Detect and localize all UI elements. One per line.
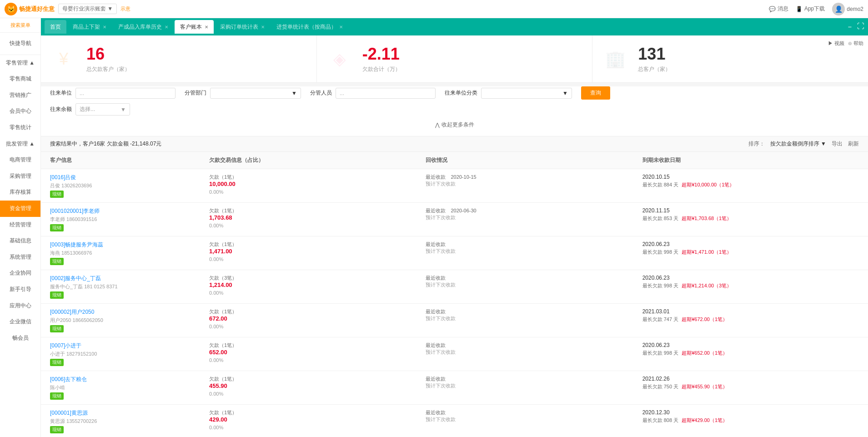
customer-contact-7: 黄思源 13552700226 xyxy=(50,418,209,425)
sidebar-item-basic-info[interactable]: 基础信息 xyxy=(0,233,40,249)
video-btn[interactable]: ▶ 视频 xyxy=(828,40,844,47)
stat-card-total: 🏢 131 总客户（家） ▶ 视频 ⊙ 帮助 xyxy=(592,35,868,82)
tab-home[interactable]: 首页 xyxy=(45,20,66,34)
app-download-btn[interactable]: 📱 App下载 xyxy=(796,5,825,13)
export-btn[interactable]: 导出 xyxy=(832,140,843,148)
tab-products-list[interactable]: 商品上下架 ✕ xyxy=(67,20,112,34)
stat-number-amount: -2.11 xyxy=(362,45,401,64)
tab-close-stock[interactable]: ✕ xyxy=(339,25,343,30)
main-layout: 搜索菜单 快捷导航 零售管理 ▲ 零售商城 营销推广 会员中心 零售统计 xyxy=(0,18,868,437)
stats-row: ¥ 16 总欠款客户（家） ◈ -2.11 欠款合计（万） xyxy=(41,35,868,83)
sidebar-item-quicknav[interactable]: 快捷导航 xyxy=(0,35,40,52)
overdue-link-4[interactable]: 超期¥672.00（1笔） xyxy=(682,316,728,322)
person-label: 分管人员 xyxy=(310,89,332,97)
duedate-cell-5: 2020.06.23 最长欠款 998 天 超期¥652.00（1笔） xyxy=(642,342,859,357)
stat-number-total: 131 xyxy=(638,45,671,64)
tab-close-customer[interactable]: ✕ xyxy=(205,25,208,30)
customer-name-1[interactable]: [0001020001]李老师 xyxy=(50,207,209,215)
user-area[interactable]: 👤 demo2 xyxy=(832,3,863,15)
sidebar-item-wechat[interactable]: 企业微信 xyxy=(0,314,40,330)
sidebar-search[interactable]: 搜索菜单 xyxy=(0,18,40,33)
overdue-link-2[interactable]: 超期¥1,471.00（1笔） xyxy=(682,249,732,255)
sidebar-item-retail-mgmt[interactable]: 零售管理 ▲ xyxy=(0,55,40,71)
table-row: [0006]去下粮仓 陈小啃 现销 欠款（1笔） 455.90 0.00% 最近… xyxy=(41,371,868,405)
link-text[interactable]: 示意 xyxy=(120,5,130,12)
department-input[interactable]: ▼ xyxy=(210,88,301,99)
data-table: 客户信息 欠款交易信息（占比） 回收情况 到期未收款日期 [0016]吕俊 吕俊… xyxy=(41,152,868,437)
sidebar-item-marketing[interactable]: 营销推广 xyxy=(0,87,40,104)
overdue-link-1[interactable]: 超期¥1,703.68（1笔） xyxy=(682,216,732,221)
customer-name-2[interactable]: [0003]畅捷服务尹海蕊 xyxy=(50,241,209,249)
customer-contact-6: 陈小啃 xyxy=(50,384,209,391)
person-input[interactable]: ... xyxy=(336,88,436,99)
department-label: 分管部门 xyxy=(185,89,206,97)
sidebar-item-ecommerce[interactable]: 电商管理 xyxy=(0,152,40,168)
filter-row-1: 往来单位 ... 分管部门 ▼ xyxy=(50,86,859,100)
customer-badge-4: 现销 xyxy=(50,325,64,332)
overdue-link-5[interactable]: 超期¥652.00（1笔） xyxy=(682,350,728,356)
customer-cell-7: [000001]黄思源 黄思源 13552700226 现销 xyxy=(50,409,209,433)
sidebar-item-operations[interactable]: 经营管理 xyxy=(0,217,40,233)
sidebar-item-member[interactable]: 会员中心 xyxy=(0,103,40,120)
customer-name-4[interactable]: [000002]用户2050 xyxy=(50,308,209,316)
sidebar-item-app-center[interactable]: 应用中心 xyxy=(0,298,40,314)
overdue-link-6[interactable]: 超期¥455.90（1笔） xyxy=(682,384,728,389)
tab-minimize-btn[interactable]: － xyxy=(846,22,853,32)
sidebar-item-guide[interactable]: 新手引导 xyxy=(0,281,40,298)
tab-production-history[interactable]: 产成品入库单历史 ✕ xyxy=(113,20,174,34)
duedate-cell-2: 2020.06.23 最长欠款 998 天 超期¥1,471.00（1笔） xyxy=(642,241,859,256)
unit-category-input[interactable]: ▼ xyxy=(481,88,572,99)
sidebar-item-finance[interactable]: 资金管理 xyxy=(0,201,40,217)
help-btn[interactable]: ⊙ 帮助 xyxy=(848,40,863,47)
sidebar-item-retail-mall[interactable]: 零售商城 xyxy=(0,71,40,87)
filter-person: 分管人员 ... xyxy=(310,88,436,99)
customer-cell-0: [0016]吕俊 吕俊 13026203696 现销 xyxy=(50,174,209,198)
sidebar-item-batch-mgmt[interactable]: 批发管理 ▲ xyxy=(0,136,40,152)
table-row: [0001020001]李老师 李老师 18600391516 现销 欠款（1笔… xyxy=(41,203,868,236)
overdue-link-7[interactable]: 超期¥429.00（1笔） xyxy=(682,417,728,423)
customer-badge-7: 现销 xyxy=(50,426,64,433)
stat-content-3: 131 总客户（家） xyxy=(638,45,671,73)
debt-cell-0: 欠款（1笔） 10,000.00 0.00% xyxy=(209,174,426,195)
message-btn[interactable]: 💬 消息 xyxy=(769,5,788,13)
refresh-btn[interactable]: 刷新 xyxy=(848,140,859,148)
sort-select[interactable]: 按欠款金额倒序排序 ▼ xyxy=(770,140,826,148)
tab-close-production[interactable]: ✕ xyxy=(165,25,168,30)
sidebar-item-retail-stats[interactable]: 零售统计 xyxy=(0,120,40,136)
store-selector[interactable]: 母婴行业演示账套 ▼ xyxy=(58,4,117,14)
stat-card-amount: ◈ -2.11 欠款合计（万） xyxy=(317,35,593,82)
tab-stock-stats[interactable]: 进货单统计表（按商品） ✕ xyxy=(271,20,348,34)
customer-name-5[interactable]: [0007]小进于 xyxy=(50,342,209,350)
sidebar-item-system[interactable]: 系统管理 xyxy=(0,249,40,266)
sidebar-item-enterprise[interactable]: 企业协同 xyxy=(0,265,40,281)
stat-icon-diamond: ◈ xyxy=(326,45,353,73)
customer-name-0[interactable]: [0016]吕俊 xyxy=(50,174,209,181)
tab-customer-account[interactable]: 客户账本 ✕ xyxy=(175,20,214,34)
sidebar-item-inventory[interactable]: 库存核算 xyxy=(0,184,40,201)
tab-purchase-order[interactable]: 采购订单统计表 ✕ xyxy=(215,20,270,34)
collection-cell-2: 最近收款 预计下次收款 xyxy=(426,241,642,255)
tab-maximize-btn[interactable]: ⛶ xyxy=(857,22,864,32)
customer-name-7[interactable]: [000001]黄思源 xyxy=(50,409,209,417)
tab-close-purchase[interactable]: ✕ xyxy=(261,25,265,30)
sidebar: 搜索菜单 快捷导航 零售管理 ▲ 零售商城 营销推广 会员中心 零售统计 xyxy=(0,18,41,437)
col-header-customer: 客户信息 xyxy=(50,156,209,164)
balance-select[interactable]: 选择... ▼ xyxy=(75,103,130,116)
sidebar-item-vip[interactable]: 畅会员 xyxy=(0,330,40,347)
sidebar-item-purchase[interactable]: 采购管理 xyxy=(0,168,40,185)
customer-name-6[interactable]: [0006]去下粮仓 xyxy=(50,376,209,383)
search-button[interactable]: 查询 xyxy=(581,86,610,100)
results-info: 搜索结果中，客户16家 欠款金额 -21,148.07元 排序： 按欠款金额倒序… xyxy=(41,136,868,152)
filter-from-unit: 往来单位 ... xyxy=(50,88,176,99)
tab-bar-actions: － ⛶ xyxy=(846,22,864,32)
tab-label-purchase: 采购订单统计表 xyxy=(220,23,258,31)
overdue-link-3[interactable]: 超期¥1,214.00（3笔） xyxy=(682,283,732,288)
collapse-btn[interactable]: ⋀ 收起更多条件 xyxy=(435,121,474,129)
customer-name-3[interactable]: [0002]服务中心_丁磊 xyxy=(50,275,209,282)
from-unit-input[interactable]: ... xyxy=(75,88,176,99)
col-header-collection: 回收情况 xyxy=(426,156,642,164)
tab-close-products[interactable]: ✕ xyxy=(103,25,106,30)
overdue-link-0[interactable]: 超期¥10,000.00（1笔） xyxy=(682,182,734,187)
from-unit-label: 往来单位 xyxy=(50,89,72,97)
results-actions: 排序： 按欠款金额倒序排序 ▼ 导出 刷新 xyxy=(748,140,859,148)
